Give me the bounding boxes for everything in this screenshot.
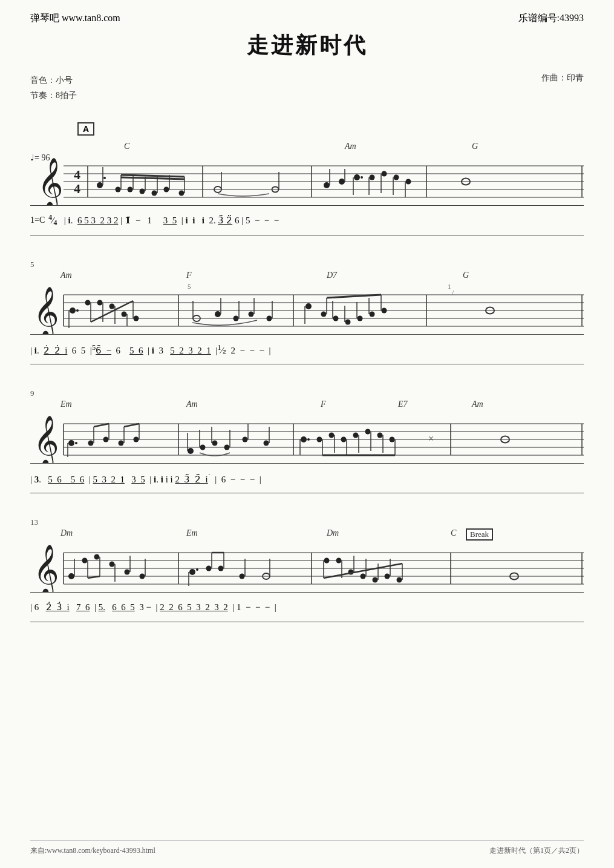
chord-F2: F [321, 399, 326, 409]
svg-point-61 [70, 307, 76, 314]
notation-text-3: | 3. 5 6 5 6 | 5 3 2 1 3 5 | i. i i i 2 … [30, 472, 261, 485]
svg-point-198 [336, 558, 342, 564]
row4-markers: 13 [30, 516, 584, 528]
svg-text:𝄞: 𝄞 [33, 287, 59, 334]
svg-point-115 [68, 440, 74, 446]
score-id: 乐谱编号:43993 [518, 12, 584, 25]
tempo-mark: ♩= 96 [30, 153, 50, 163]
section-a: A [77, 122, 94, 136]
row3-num: 9 [30, 389, 34, 398]
title-section: 走进新时代 [30, 31, 584, 61]
staff-lines-svg-4: 𝄞 [30, 541, 584, 592]
svg-point-145 [329, 433, 335, 438]
staff-svg-4: 𝄞 [30, 541, 584, 592]
svg-point-171 [68, 573, 74, 579]
notation-text-1: | i. 6 5 3 2 3 2 | 1̄ − 1 3 5 | i i i 2.… [59, 215, 279, 226]
notation-row-1: 1=C 4⁄4 | i. 6 5 3 2 3 2 | 1̄ − 1 3 5 | … [30, 205, 584, 235]
staff-lines-svg-2: 𝄞 [30, 283, 584, 334]
svg-point-26 [179, 191, 185, 196]
svg-point-86 [305, 303, 312, 309]
svg-point-64 [85, 300, 91, 306]
svg-point-94 [358, 316, 363, 321]
notation-row-3: | 3. 5 6 5 6 | 5 3 2 1 3 5 | i. i i i 2 … [30, 463, 584, 493]
svg-point-13 [97, 182, 103, 188]
svg-point-39 [361, 176, 363, 179]
svg-point-189 [218, 566, 224, 571]
svg-point-182 [140, 574, 145, 579]
svg-point-155 [390, 437, 395, 442]
svg-line-29 [121, 177, 185, 179]
svg-point-184 [189, 569, 195, 575]
chord-Em2: Em [186, 528, 198, 538]
row2-num: 5 [30, 260, 34, 269]
svg-point-84 [267, 316, 272, 321]
svg-point-149 [353, 433, 359, 438]
chord-F: F [186, 271, 192, 280]
chord-Am: Am [345, 142, 356, 151]
chord-G: G [472, 142, 478, 151]
svg-point-130 [200, 445, 206, 450]
row3-markers: 9 [30, 387, 584, 399]
row4-num: 13 [30, 518, 38, 527]
svg-point-140 [301, 436, 307, 442]
timbre-label: 音色：小号 [30, 73, 77, 88]
svg-line-28 [121, 175, 185, 177]
svg-text:5: 5 [188, 283, 191, 290]
notation-text-2: | i. 2̇ 2̇ i 6 5 |56̄ − 6 5 6 | i 3 5 2 … [30, 343, 270, 356]
svg-point-123 [119, 441, 124, 446]
staff-lines-svg-1: 𝄞 4 4 [30, 154, 584, 205]
notation-row-4: | 6 2̇ 3̇ i 7 6 | 5. 6 6 5 3 − | 2 2 6 5… [30, 592, 584, 622]
svg-point-208 [397, 577, 402, 583]
break-marker: Break [466, 528, 493, 541]
svg-point-98 [382, 308, 387, 314]
site-label: 弹琴吧 www.tan8.com [30, 12, 120, 25]
meta-left: 音色：小号 节奏：8拍子 [30, 73, 77, 103]
main-title: 走进新时代 [30, 31, 584, 61]
chord-Am4: Am [472, 399, 483, 409]
svg-text:×: × [428, 433, 434, 444]
svg-point-38 [354, 174, 360, 180]
svg-point-45 [394, 175, 399, 180]
chord-Am2: Am [60, 271, 72, 280]
staff-row-4: 13 Dm Em Dm C Break 𝄞 [30, 516, 584, 622]
chord-Dm: Dm [60, 528, 73, 538]
svg-point-175 [94, 554, 100, 560]
svg-point-125 [134, 437, 139, 442]
svg-point-206 [385, 574, 390, 579]
svg-point-141 [307, 438, 310, 441]
svg-point-22 [152, 191, 157, 196]
svg-point-128 [188, 448, 194, 454]
chord-E7: E7 [398, 399, 408, 409]
svg-point-90 [333, 316, 339, 321]
svg-point-41 [370, 175, 375, 180]
svg-point-88 [321, 312, 327, 317]
row2-chords: Am F D7 G [30, 271, 584, 283]
time-sig-display: 4⁄4 [48, 214, 57, 227]
chord-D7: D7 [327, 271, 337, 280]
svg-point-15 [103, 177, 106, 179]
notation-row-2: | i. 2̇ 2̇ i 6 5 |56̄ − 6 5 6 | i 3 5 2 … [30, 334, 584, 364]
staff-svg-2: 𝄞 [30, 283, 584, 334]
svg-line-122 [94, 424, 109, 427]
svg-point-96 [370, 312, 375, 317]
svg-text:𝄞: 𝄞 [33, 416, 59, 463]
svg-point-134 [224, 445, 230, 450]
svg-point-16 [116, 187, 121, 192]
row2-markers: 5 [30, 258, 584, 271]
svg-point-70 [122, 312, 127, 317]
svg-point-72 [134, 316, 139, 321]
staff-row-2: 5 Am F D7 G 𝄞 [30, 258, 584, 364]
composer-label: 作曲：印青 [541, 73, 584, 84]
svg-point-47 [406, 179, 411, 185]
svg-text:4: 4 [74, 181, 80, 196]
svg-point-34 [324, 182, 330, 188]
svg-point-147 [341, 437, 347, 442]
page: 弹琴吧 www.tan8.com 乐谱编号:43993 走进新时代 音色：小号 … [0, 0, 614, 868]
chord-Em: Em [60, 399, 72, 409]
row1-chords: C Am G [30, 142, 584, 154]
chord-C: C [124, 142, 129, 151]
row1-markers: A [30, 121, 584, 139]
footer: 来自:www.tan8.com/keyboard-43993.html 走进新时… [30, 840, 584, 856]
svg-point-92 [345, 320, 351, 325]
svg-text:𝄞: 𝄞 [38, 158, 64, 205]
